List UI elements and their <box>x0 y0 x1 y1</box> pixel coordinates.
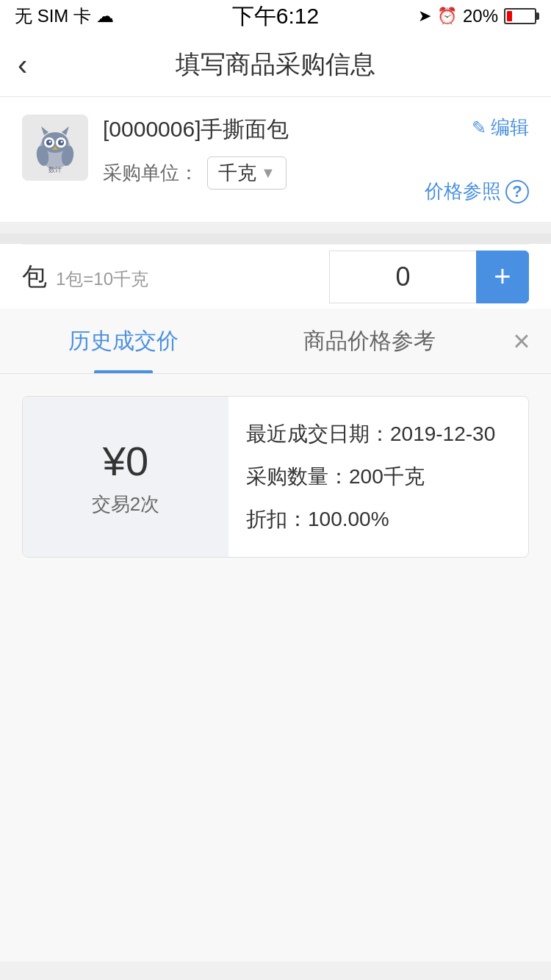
section-divider <box>0 234 551 244</box>
tab-price-reference[interactable]: 商品价格参考 <box>246 309 492 373</box>
tab-price-ref-label: 商品价格参考 <box>303 326 436 356</box>
recent-date-value: 2019-12-30 <box>390 422 495 445</box>
recent-date-label: 最近成交日期： <box>246 422 390 445</box>
history-detail-panel: 最近成交日期：2019-12-30 采购数量：200千克 折扣：100.00% <box>228 397 528 557</box>
quantity-controls: 0 + <box>329 251 529 303</box>
tab-history-label: 历史成交价 <box>68 326 179 356</box>
close-button[interactable]: × <box>492 309 551 373</box>
qty-unit-label: 包 <box>22 260 47 294</box>
svg-marker-2 <box>41 126 48 135</box>
edit-icon: ✎ <box>472 118 486 138</box>
empty-space <box>0 668 551 962</box>
help-circle-icon: ? <box>505 180 529 203</box>
qty-conversion-label: 1包=10千克 <box>56 267 148 291</box>
svg-point-8 <box>49 141 51 143</box>
page-title: 填写商品采购信息 <box>176 48 375 82</box>
tab-history-price[interactable]: 历史成交价 <box>0 309 246 373</box>
alarm-icon: ⏰ <box>437 7 457 26</box>
history-price-value: ¥0 <box>103 436 148 486</box>
history-content: ¥0 交易2次 最近成交日期：2019-12-30 采购数量：200千克 折扣：… <box>0 374 551 668</box>
discount-row: 折扣：100.00% <box>246 504 511 535</box>
product-id-name: [0000006]手撕面包 <box>103 115 529 145</box>
quantity-section: 包 1包=10千克 0 + <box>0 244 551 309</box>
purchase-qty-value: 200千克 <box>349 465 425 488</box>
history-card: ¥0 交易2次 最近成交日期：2019-12-30 采购数量：200千克 折扣：… <box>22 396 529 558</box>
discount-value: 100.00% <box>308 508 389 530</box>
history-price-panel: ¥0 交易2次 <box>23 397 228 557</box>
nav-bar: ‹ 填写商品采购信息 <box>0 32 551 97</box>
svg-point-9 <box>61 141 63 143</box>
svg-text:数计: 数计 <box>48 166 62 173</box>
owl-icon: 数计 <box>29 122 81 173</box>
sim-label: 无 SIM 卡 ☁ <box>15 4 114 28</box>
unit-dropdown-arrow: ▼ <box>261 165 276 181</box>
unit-selector[interactable]: 千克 ▼ <box>207 156 287 190</box>
tab-underline <box>94 370 153 373</box>
edit-link[interactable]: ✎ 编辑 <box>472 115 529 140</box>
tabs-bar: 历史成交价 商品价格参考 × <box>0 309 551 374</box>
battery-percent: 20% <box>463 6 498 26</box>
price-ref-label: 价格参照 <box>425 179 501 204</box>
recent-date-row: 最近成交日期：2019-12-30 <box>246 419 511 450</box>
purchase-qty-row: 采购数量：200千克 <box>246 461 511 492</box>
status-bar: 无 SIM 卡 ☁ 下午6:12 ➤ ⏰ 20% <box>0 0 551 32</box>
battery-indicator <box>504 8 536 24</box>
discount-label: 折扣： <box>246 508 308 530</box>
purchase-qty-label: 采购数量： <box>246 465 349 488</box>
quantity-input[interactable]: 0 <box>329 251 476 303</box>
status-time: 下午6:12 <box>232 1 319 32</box>
history-transaction-count: 交易2次 <box>92 491 159 517</box>
nav-arrow-icon: ➤ <box>418 7 431 26</box>
status-right: ➤ ⏰ 20% <box>418 6 536 26</box>
back-button[interactable]: ‹ <box>18 50 27 79</box>
quantity-plus-button[interactable]: + <box>476 251 529 303</box>
quantity-label-group: 包 1包=10千克 <box>22 260 148 294</box>
unit-label: 采购单位： <box>103 160 198 186</box>
svg-marker-3 <box>62 126 69 135</box>
product-card: 数计 [0000006]手撕面包 采购单位： 千克 ▼ ✎ 编辑 价格参照 ? <box>0 97 551 222</box>
quantity-row: 包 1包=10千克 0 + <box>22 244 529 309</box>
product-thumbnail: 数计 <box>22 115 88 181</box>
unit-value: 千克 <box>218 160 256 186</box>
edit-label: 编辑 <box>491 115 529 140</box>
price-ref-link[interactable]: 价格参照 ? <box>425 179 529 204</box>
status-left: 无 SIM 卡 ☁ <box>15 4 114 28</box>
